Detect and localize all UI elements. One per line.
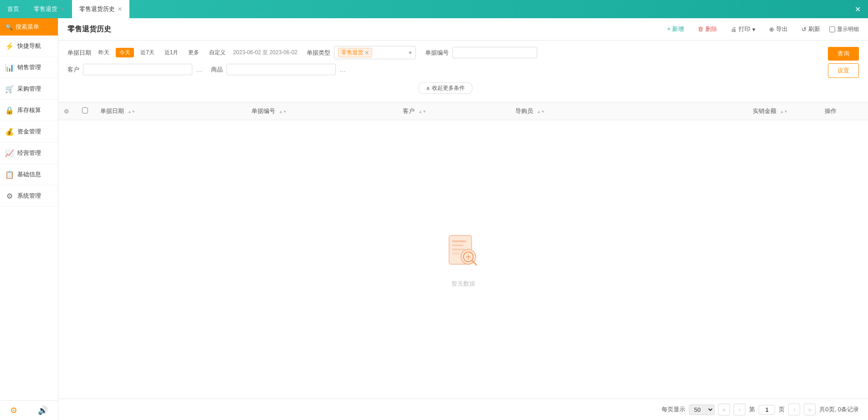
business-icon: 📈 — [5, 149, 14, 157]
sidebar-item-purchase-mgmt[interactable]: 🛒 采购管理 — [0, 78, 58, 100]
th-amount-sort[interactable]: ▲▼ — [780, 109, 788, 114]
filter-customer-dots[interactable]: ... — [196, 66, 202, 74]
date-btn-today[interactable]: 今天 — [116, 48, 134, 57]
show-detail-checkbox[interactable] — [829, 26, 835, 32]
date-btn-more[interactable]: 更多 — [185, 48, 203, 57]
sidebar-item-sys-mgmt[interactable]: ⚙ 系统管理 — [0, 185, 58, 207]
filter-row-1: 单据日期 昨天 今天 近7天 近1月 更多 自定义 2023-06-02 至 2… — [67, 46, 823, 59]
sidebar-item-sales-label: 销售管理 — [17, 63, 41, 72]
refresh-button[interactable]: ↺ 刷新 — [797, 23, 825, 36]
th-number-label: 单据编号 — [252, 108, 275, 114]
tab-retail-return-history-close[interactable]: ✕ — [118, 6, 122, 12]
sidebar-item-quick-nav[interactable]: ⚡ 快捷导航 — [0, 36, 58, 57]
collapse-button[interactable]: ∧ 收起更多条件 — [418, 82, 473, 94]
date-btn-custom[interactable]: 自定义 — [205, 48, 229, 57]
last-page-btn[interactable]: » — [804, 404, 816, 415]
page-label: 第 — [749, 405, 755, 414]
sidebar-item-sales-mgmt[interactable]: 📊 销售管理 — [0, 57, 58, 78]
th-date-sort[interactable]: ▲▼ — [128, 109, 136, 114]
sidebar-item-sys-label: 系统管理 — [17, 192, 41, 200]
export-label: 导出 — [776, 25, 788, 33]
filter-type-select[interactable]: 零售退货 ✕ ▾ — [334, 46, 416, 59]
tab-retail-return-close[interactable]: ✕ — [60, 6, 65, 12]
sidebar-search[interactable]: 🔍 搜索菜单 — [0, 18, 58, 36]
refresh-label: 刷新 — [808, 25, 820, 33]
tab-retail-return-history[interactable]: 零售退货历史 ✕ — [72, 0, 129, 18]
th-guide-sort[interactable]: ▲▼ — [537, 109, 545, 114]
filter-number-item: 单据编号 — [425, 47, 537, 58]
sidebar-bottom: ⚙ 🔊 — [0, 400, 58, 420]
window-close-button[interactable]: ✕ — [855, 5, 868, 14]
filter-container: 单据日期 昨天 今天 近7天 近1月 更多 自定义 2023-06-02 至 2… — [67, 46, 859, 102]
svg-rect-3 — [452, 248, 465, 250]
sidebar-item-inventory-label: 库存核算 — [17, 106, 41, 114]
filter-customer-input[interactable] — [83, 64, 192, 75]
th-amount-label: 实销金额 — [753, 108, 776, 114]
filter-date-range: 2023-06-02 至 2023-06-02 — [233, 49, 297, 56]
th-date-label: 单据日期 — [100, 108, 124, 114]
sidebar-item-business[interactable]: 📈 经营管理 — [0, 143, 58, 164]
top-bar: 首页 零售退货 ✕ 零售退货历史 ✕ ✕ — [0, 0, 868, 18]
sidebar-item-quick-nav-label: 快捷导航 — [17, 42, 41, 50]
sidebar-item-finance[interactable]: 💰 资金管理 — [0, 121, 58, 143]
filter-number-input[interactable] — [452, 47, 537, 58]
date-btn-7days[interactable]: 近7天 — [137, 48, 158, 57]
tab-retail-return[interactable]: 零售退货 ✕ — [26, 0, 72, 18]
page-input[interactable] — [759, 405, 775, 415]
first-page-btn[interactable]: « — [718, 404, 730, 415]
export-button[interactable]: ⊕ 导出 — [765, 23, 792, 36]
sys-icon: ⚙ — [5, 192, 14, 200]
table-select-all[interactable] — [82, 108, 88, 113]
audio-bottom-icon[interactable]: 🔊 — [38, 405, 48, 415]
filter-right-btns: 查询 设置 — [828, 46, 859, 78]
table-area: ⚙ 单据日期 ▲▼ 单据编号 ▲▼ — [58, 102, 868, 420]
filter-type-tag: 零售退货 ✕ — [338, 48, 372, 57]
th-customer-sort[interactable]: ▲▼ — [418, 109, 426, 114]
filter-row-2: 客户 ... 商品 ... — [67, 64, 823, 75]
filter-number-label: 单据编号 — [425, 49, 449, 57]
query-button[interactable]: 查询 — [828, 47, 859, 61]
th-number: 单据编号 ▲▼ — [246, 102, 397, 120]
date-btn-1month[interactable]: 近1月 — [161, 48, 182, 57]
page-header: 零售退货历史 + 新增 🗑 删除 🖨 打印 ▾ ⊕ 导出 ↺ 刷新 — [58, 18, 868, 41]
filter-type-tag-close[interactable]: ✕ — [365, 50, 369, 56]
quick-nav-icon: ⚡ — [5, 42, 14, 50]
th-date: 单据日期 ▲▼ — [95, 102, 246, 120]
filter-goods-item: 商品 ... — [211, 64, 345, 75]
show-detail-toggle[interactable]: 显示明细 — [829, 26, 859, 33]
per-page-select[interactable]: 20 50 100 — [689, 405, 714, 415]
purchase-icon: 🛒 — [5, 85, 14, 93]
sidebar-item-purchase-label: 采购管理 — [17, 85, 41, 93]
collapse-label: 收起更多条件 — [432, 84, 465, 92]
tab-home[interactable]: 首页 — [0, 0, 26, 18]
basic-info-icon: 📋 — [5, 170, 14, 179]
filter-type-label: 单据类型 — [307, 49, 330, 57]
total-pages-label: 页 — [779, 405, 785, 414]
table-settings-icon[interactable]: ⚙ — [64, 108, 69, 115]
table-header-row: ⚙ 单据日期 ▲▼ 单据编号 ▲▼ — [58, 102, 868, 120]
date-btn-yesterday[interactable]: 昨天 — [95, 48, 113, 57]
th-number-sort[interactable]: ▲▼ — [279, 109, 287, 114]
th-guide: 导购员 ▲▼ — [510, 102, 642, 120]
delete-button[interactable]: 🗑 删除 — [693, 23, 722, 36]
export-icon: ⊕ — [769, 26, 774, 33]
type-select-chevron: ▾ — [409, 49, 412, 56]
print-button[interactable]: 🖨 打印 ▾ — [726, 23, 760, 36]
set-button[interactable]: 设置 — [828, 63, 859, 78]
add-button[interactable]: + 新增 — [663, 23, 688, 36]
filter-customer-item: 客户 ... — [67, 64, 202, 75]
collapse-icon: ∧ — [426, 85, 430, 92]
inventory-icon: 🔒 — [5, 106, 14, 114]
prev-page-btn[interactable]: ‹ — [734, 404, 745, 415]
header-actions: + 新增 🗑 删除 🖨 打印 ▾ ⊕ 导出 ↺ 刷新 显示明细 — [663, 23, 859, 36]
data-table: ⚙ 单据日期 ▲▼ 单据编号 ▲▼ — [58, 102, 868, 120]
sidebar-item-basic-info[interactable]: 📋 基础信息 — [0, 164, 58, 185]
filter-goods-dots[interactable]: ... — [339, 66, 345, 74]
next-page-btn[interactable]: › — [788, 404, 800, 415]
sidebar-search-label: 搜索菜单 — [15, 23, 39, 31]
settings-bottom-icon[interactable]: ⚙ — [10, 405, 17, 415]
search-icon: 🔍 — [5, 24, 13, 31]
svg-rect-1 — [452, 240, 466, 242]
filter-goods-input[interactable] — [226, 64, 336, 75]
sidebar-item-inventory[interactable]: 🔒 库存核算 — [0, 100, 58, 121]
